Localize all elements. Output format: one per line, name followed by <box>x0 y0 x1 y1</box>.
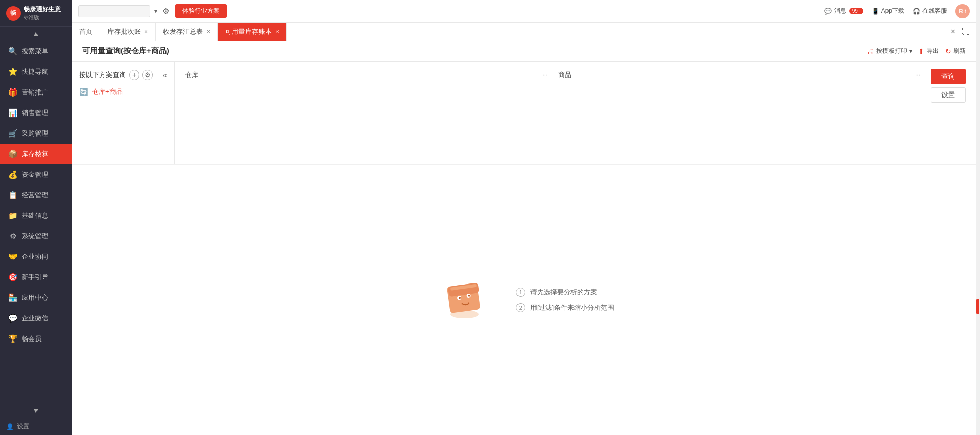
app-download-button[interactable]: 📱 App下载 <box>872 7 904 15</box>
refresh-button[interactable]: ↻ 刷新 <box>945 47 966 55</box>
step-1-text: 请先选择要分析的方案 <box>530 288 597 297</box>
warehouse-input[interactable] <box>205 69 538 81</box>
settings-button[interactable]: 设置 <box>931 87 966 103</box>
step-2-text: 用[过滤]条件来缩小分析范围 <box>530 303 614 312</box>
goods-label: 商品 <box>558 70 574 80</box>
sidebar-nav: 🔍 搜索菜单 ⭐ 快捷导航 🎁 营销推广 📊 销售管理 🛒 采购管理 📦 库存核… <box>0 41 72 403</box>
trial-button[interactable]: 体验行业方案 <box>175 4 227 18</box>
message-button[interactable]: 💬 消息 99+ <box>824 7 863 15</box>
tab-available-ledger-label: 可用量库存账本 <box>225 27 272 36</box>
app-title: 畅康通好生意 <box>24 5 61 14</box>
sidebar-item-inventory[interactable]: 📦 库存核算 <box>0 144 72 164</box>
sidebar-item-system[interactable]: ⚙ 系统管理 <box>0 226 72 247</box>
sidebar-item-label: 采购管理 <box>22 129 48 138</box>
sidebar-item-label: 新手引导 <box>22 273 48 282</box>
empty-text: 1 请先选择要分析的方案 2 用[过滤]条件来缩小分析范围 <box>516 288 614 312</box>
cart-icon: 🛒 <box>8 129 17 138</box>
app-logo: 畅 畅康通好生意 标准版 <box>0 0 72 27</box>
scheme-settings-button[interactable]: ⚙ <box>142 70 153 80</box>
tab-receive-summary-close[interactable]: × <box>207 28 210 35</box>
sidebar-item-label: 畅会员 <box>22 334 42 344</box>
folder-icon: 📁 <box>8 211 17 220</box>
chart-icon: 📊 <box>8 108 17 118</box>
scheme-item-icon: 🔄 <box>79 88 88 96</box>
logo-icon: 畅 <box>6 6 21 21</box>
warehouse-more[interactable]: ··· <box>542 71 547 79</box>
tab-available-ledger-close[interactable]: × <box>275 28 279 35</box>
app-download-label: App下载 <box>881 7 904 15</box>
goods-more[interactable]: ··· <box>915 71 920 79</box>
tab-home[interactable]: 首页 <box>72 23 100 41</box>
sidebar-item-label: 营销推广 <box>22 88 48 97</box>
query-row-1: 仓库 ··· 商品 ··· <box>185 69 920 81</box>
export-button[interactable]: ⬆ 导出 <box>918 47 939 55</box>
gear-icon[interactable]: ⚙ <box>162 7 169 16</box>
query-button[interactable]: 查询 <box>931 69 966 84</box>
sidebar-item-label: 快捷导航 <box>22 67 48 77</box>
sidebar-item-label: 库存核算 <box>22 149 48 159</box>
clipboard-icon: 📋 <box>8 191 17 200</box>
online-service-button[interactable]: 🎧 在线客服 <box>913 7 947 15</box>
scheme-item-label: 仓库+商品 <box>92 87 123 97</box>
sidebar-item-operations[interactable]: 📋 经营管理 <box>0 185 72 205</box>
page-content: 可用量查询(按仓库+商品) 🖨 按模板打印 ▾ ⬆ 导出 ↻ 刷新 <box>72 41 976 435</box>
right-scrollbar[interactable] <box>976 0 980 435</box>
export-label: 导出 <box>927 47 939 55</box>
sidebar-item-member[interactable]: 🏆 畅会员 <box>0 329 72 349</box>
tab-available-ledger[interactable]: 可用量库存账本 × <box>218 23 287 41</box>
app-subtitle: 标准版 <box>24 14 61 21</box>
sidebar-item-sales[interactable]: 📊 销售管理 <box>0 103 72 123</box>
headset-icon: 🎧 <box>913 8 920 15</box>
tab-action-close[interactable]: × <box>949 27 957 36</box>
step-num-2: 2 <box>516 303 525 312</box>
sidebar-item-purchase[interactable]: 🛒 采购管理 <box>0 123 72 144</box>
refresh-label: 刷新 <box>953 47 966 55</box>
main-content: ▾ ⚙ 体验行业方案 💬 消息 99+ 📱 App下载 🎧 在线客服 Rit <box>72 0 976 435</box>
sidebar-item-marketing[interactable]: 🎁 营销推广 <box>0 82 72 103</box>
sidebar-item-label: 企业协同 <box>22 252 48 261</box>
scheme-collapse-button[interactable]: « <box>163 71 167 79</box>
sidebar-item-newbie[interactable]: 🎯 新手引导 <box>0 267 72 288</box>
empty-state: 1 请先选择要分析的方案 2 用[过滤]条件来缩小分析范围 <box>72 165 976 435</box>
money-icon: 💰 <box>8 170 17 179</box>
sidebar-item-enterprise[interactable]: 🤝 企业协同 <box>0 247 72 267</box>
chat-icon: 💬 <box>8 314 17 323</box>
scheme-panel: 按以下方案查询 + ⚙ « 🔄 仓库+商品 <box>72 62 175 164</box>
sidebar-item-search[interactable]: 🔍 搜索菜单 <box>0 41 72 62</box>
empty-step-2: 2 用[过滤]条件来缩小分析范围 <box>516 303 614 312</box>
tabs-bar: 首页 库存批次账 × 收发存汇总表 × 可用量库存账本 × × ⛶ <box>72 23 976 41</box>
tab-batch-account-close[interactable]: × <box>144 28 148 35</box>
dropdown-icon[interactable]: ▾ <box>154 8 157 15</box>
sidebar-item-basic[interactable]: 📁 基础信息 <box>0 205 72 226</box>
empty-step-1: 1 请先选择要分析的方案 <box>516 288 614 297</box>
sidebar-item-label: 应用中心 <box>22 293 48 302</box>
scheme-add-button[interactable]: + <box>129 70 139 80</box>
scheme-panel-header: 按以下方案查询 + ⚙ « <box>72 67 174 83</box>
avatar-initial: Rit <box>959 8 966 14</box>
sidebar-item-finance[interactable]: 💰 资金管理 <box>0 164 72 185</box>
sidebar-item-label: 经营管理 <box>22 191 48 200</box>
page-header-actions: 🖨 按模板打印 ▾ ⬆ 导出 ↻ 刷新 <box>867 47 966 55</box>
step-num-1: 1 <box>516 288 525 297</box>
print-button[interactable]: 🖨 按模板打印 ▾ <box>867 47 912 55</box>
refresh-icon: ↻ <box>945 47 951 55</box>
avatar[interactable]: Rit <box>955 4 970 18</box>
sidebar-user-label: 设置 <box>17 422 29 431</box>
goods-input[interactable] <box>578 69 911 81</box>
sidebar-item-wechat[interactable]: 💬 企业微信 <box>0 308 72 329</box>
sidebar-scroll-up[interactable]: ▲ <box>0 27 72 41</box>
tab-receive-summary[interactable]: 收发存汇总表 × <box>156 23 218 41</box>
empty-svg <box>439 269 490 320</box>
sidebar-item-shortcut[interactable]: ⭐ 快捷导航 <box>0 62 72 82</box>
sidebar-item-appstore[interactable]: 🏪 应用中心 <box>0 288 72 308</box>
tab-home-label: 首页 <box>79 27 93 36</box>
scheme-item-warehouse-goods[interactable]: 🔄 仓库+商品 <box>72 83 174 101</box>
print-icon: 🖨 <box>867 47 874 55</box>
tab-batch-account[interactable]: 库存批次账 × <box>100 23 156 41</box>
sidebar-item-label: 搜索菜单 <box>22 47 48 56</box>
sidebar-user-bottom[interactable]: 👤 设置 <box>0 418 72 435</box>
sidebar-scroll-down[interactable]: ▼ <box>0 403 72 418</box>
sidebar: 畅 畅康通好生意 标准版 ▲ 🔍 搜索菜单 ⭐ 快捷导航 🎁 营销推广 📊 销售… <box>0 0 72 435</box>
tab-action-expand[interactable]: ⛶ <box>959 27 972 36</box>
search-input[interactable] <box>78 5 150 17</box>
